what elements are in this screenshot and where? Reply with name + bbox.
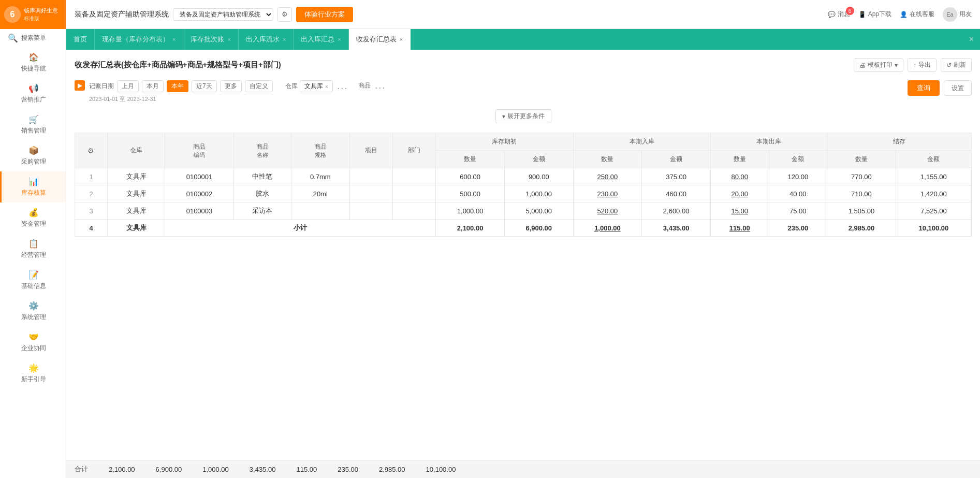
sidebar-item-label: 库存核算 (21, 189, 46, 197)
date-btn-more[interactable]: 更多 (220, 80, 242, 92)
notification-button[interactable]: 💬 消息 6 (828, 10, 850, 19)
th-close-amt: 金额 (896, 151, 971, 168)
goods-more-button[interactable]: ... (373, 80, 388, 91)
refresh-button[interactable]: ↺ 刷新 (941, 58, 972, 72)
query-button[interactable]: 查询 (908, 80, 940, 96)
sidebar-item-guide[interactable]: 🌟 新手引导 (0, 358, 66, 389)
close-all-tabs-button[interactable]: × (963, 35, 980, 44)
home-icon: 🏠 (28, 52, 39, 62)
date-btn-this-year[interactable]: 本年 (167, 80, 188, 92)
subtotal-in-amt: 3,435.00 (642, 220, 711, 237)
sidebar-item-marketing[interactable]: 📢 营销推广 (0, 78, 66, 109)
page-title-text: 收发存汇总表(按仓库+商品编码+商品+规格型号+项目+部门) (75, 60, 281, 70)
row-num: 3 (75, 202, 108, 220)
tab-close-inventory-dist[interactable]: × (172, 36, 175, 42)
cell-goods-spec: 20ml (291, 185, 350, 202)
tab-summary[interactable]: 出入库汇总 × (294, 29, 348, 50)
cell-department (392, 202, 435, 220)
date-btn-this-month[interactable]: 本月 (142, 80, 164, 92)
cell-out-qty[interactable]: 20.00 (710, 185, 769, 202)
warehouse-more-button[interactable]: ... (335, 81, 350, 92)
cell-out-qty[interactable]: 80.00 (710, 168, 769, 185)
print-icon: 🖨 (859, 62, 866, 69)
sidebar: 6 畅库调好生意 标准版 🔍 搜索菜单 🏠 快捷导航 📢 营销推广 🛒 销售管理 (0, 0, 66, 478)
footer-close-qty: 2,985.00 (379, 466, 405, 473)
tab-inventory-dist[interactable]: 现存量（库存分布表） × (95, 29, 183, 50)
tab-recv-send[interactable]: 收发存汇总表 × (349, 29, 411, 50)
app-download-button[interactable]: 📱 App下载 (858, 10, 891, 19)
topbar: 装备及固定资产辅助管理系统 装备及固定资产辅助管理系统 ⚙ 体验行业方案 💬 消… (66, 0, 980, 29)
sidebar-item-basic-info[interactable]: 📝 基础信息 (0, 265, 66, 296)
user-avatar: Ea (943, 7, 957, 22)
sidebar-item-inventory[interactable]: 📊 库存核算 (0, 171, 66, 202)
cell-in-amt: 460.00 (642, 185, 711, 202)
cell-close-qty: 710.00 (827, 185, 896, 202)
sidebar-item-corp[interactable]: 🤝 企业协同 (0, 327, 66, 358)
cell-close-amt: 1,420.00 (896, 185, 971, 202)
subtotal-row: 4 文具库 小计 2,100.00 6,900.00 1,000.00 3,43… (75, 220, 972, 237)
tab-close-batch[interactable]: × (227, 36, 230, 42)
sidebar-item-label: 企业协同 (21, 344, 46, 353)
footer-in-amt: 3,435.00 (250, 466, 276, 473)
tab-label: 收发存汇总表 (356, 35, 397, 44)
tab-close-flow[interactable]: × (283, 36, 286, 42)
settings-gear-button[interactable]: ⚙ (277, 7, 292, 22)
th-goods-code: 商品编码 (165, 133, 234, 168)
tab-close-recv-send[interactable]: × (400, 36, 403, 42)
date-btn-custom[interactable]: 自定义 (245, 80, 273, 92)
cell-in-qty[interactable]: 520.00 (573, 202, 642, 220)
filter-warehouse-group: 仓库 文具库 × ... (285, 80, 350, 92)
expand-more-conditions-button[interactable]: ▾ 展开更多条件 (495, 109, 551, 123)
cell-in-qty[interactable]: 230.00 (573, 185, 642, 202)
filter-arrow-icon: ▶ (75, 80, 85, 91)
date-btn-last-month[interactable]: 上月 (117, 80, 139, 92)
subtotal-in-qty[interactable]: 1,000.00 (573, 220, 642, 237)
tab-batch[interactable]: 库存批次账 × (183, 29, 238, 50)
sidebar-item-purchase[interactable]: 📦 采购管理 (0, 140, 66, 171)
sidebar-item-label: 快捷导航 (21, 64, 46, 73)
sidebar-item-system[interactable]: ⚙️ 系统管理 (0, 296, 66, 327)
th-project: 项目 (349, 133, 392, 168)
tab-home[interactable]: 首页 (66, 29, 95, 50)
content-area: 收发存汇总表(按仓库+商品编码+商品+规格型号+项目+部门) 🖨 模板打印 ▾ … (66, 50, 980, 460)
filter-toggle-btn[interactable]: ▶ (75, 80, 85, 91)
cell-goods-name: 胶水 (233, 185, 291, 202)
warehouse-tag-remove[interactable]: × (325, 83, 328, 90)
query-action-group: 查询 设置 (908, 80, 972, 96)
th-goods-name: 商品名称 (233, 133, 291, 168)
sales-icon: 🛒 (28, 114, 39, 124)
user-menu-button[interactable]: Ea 用友 (943, 7, 972, 22)
subtotal-out-qty[interactable]: 115.00 (710, 220, 769, 237)
sidebar-item-finance[interactable]: 💰 资金管理 (0, 202, 66, 234)
topbar-left: 装备及固定资产辅助管理系统 装备及固定资产辅助管理系统 ⚙ 体验行业方案 (75, 7, 353, 22)
sidebar-item-search[interactable]: 🔍 搜索菜单 (0, 29, 66, 47)
sidebar-item-quick-nav[interactable]: 🏠 快捷导航 (0, 47, 66, 78)
online-service-button[interactable]: 👤 在线客服 (900, 10, 934, 19)
date-btn-7days[interactable]: 近7天 (192, 80, 217, 92)
corp-icon: 🤝 (28, 332, 39, 342)
sidebar-item-label: 系统管理 (21, 313, 46, 322)
th-settings[interactable]: ⚙ (75, 133, 108, 168)
cell-in-qty[interactable]: 250.00 (573, 168, 642, 185)
logo-text: 畅库调好生意 (24, 7, 58, 15)
tab-close-summary[interactable]: × (338, 36, 341, 42)
tab-flow[interactable]: 出入库流水 × (239, 29, 294, 50)
sidebar-item-operations[interactable]: 📋 经营管理 (0, 234, 66, 265)
try-industry-button[interactable]: 体验行业方案 (296, 7, 353, 22)
marketing-icon: 📢 (28, 83, 39, 93)
cell-out-qty[interactable]: 15.00 (710, 202, 769, 220)
system-select[interactable]: 装备及固定资产辅助管理系统 (173, 8, 273, 21)
chevron-down-icon: ▾ (895, 62, 898, 69)
cell-close-qty: 770.00 (827, 168, 896, 185)
finance-icon: 💰 (28, 208, 39, 218)
print-template-button[interactable]: 🖨 模板打印 ▾ (854, 58, 903, 72)
sidebar-item-sales[interactable]: 🛒 销售管理 (0, 109, 66, 140)
filter-setting-button[interactable]: 设置 (944, 80, 972, 96)
subtotal-close-amt: 10,100.00 (896, 220, 971, 237)
refresh-icon: ↺ (946, 62, 952, 69)
subtotal-num: 4 (75, 220, 108, 237)
cell-opening-qty: 600.00 (436, 168, 505, 185)
inventory-icon: 📊 (28, 177, 39, 186)
footer-out-amt: 235.00 (338, 466, 358, 473)
export-button[interactable]: ↑ 导出 (908, 58, 937, 72)
